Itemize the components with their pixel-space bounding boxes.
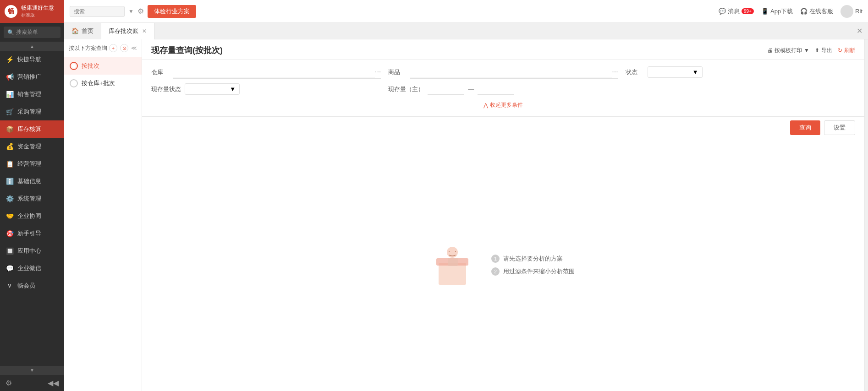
app-download-label: App下载 [770,7,793,16]
inventory-qty-to[interactable] [478,84,514,95]
message-label: 消息 [728,7,740,16]
add-scheme-button[interactable]: + [109,44,117,52]
filter-product: 商品 ··· [388,65,618,79]
filter-dash: — [468,86,474,92]
message-badge: 99+ [742,8,754,14]
status-select[interactable]: ▼ [648,66,703,78]
sidebar-item-label: 经营管理 [17,160,41,168]
settings-button[interactable]: ⚙ [5,379,12,387]
scheme-item-by-warehouse-batch[interactable]: 按仓库+批次 [64,75,142,92]
filter-status: 状态 ▼ [626,66,855,78]
sidebar-item-enterprise[interactable]: 🤝 企业协同 [0,207,64,225]
product-more-btn[interactable]: ··· [612,68,618,76]
warehouse-input-box[interactable]: ··· [173,65,381,79]
sidebar-item-inventory[interactable]: 📦 库存核算 [0,120,64,138]
tab-close-all-button[interactable]: ✕ [851,27,868,35]
sidebar-scroll-down[interactable]: ▼ [0,366,64,375]
trial-button[interactable]: 体验行业方案 [148,5,196,18]
sidebar-item-operations[interactable]: 📋 经营管理 [0,155,64,173]
sidebar-item-label: 基础信息 [17,177,41,185]
refresh-label: 刷新 [844,47,855,54]
sidebar-item-system[interactable]: ⚙️ 系统管理 [0,190,64,207]
topbar-gear-icon[interactable]: ⚙ [137,7,144,16]
app-title: 畅康通好生意 [21,5,54,12]
message-button[interactable]: 💬 消息 99+ [719,7,754,16]
refresh-icon: ↻ [838,47,842,54]
query-button[interactable]: 查询 [790,120,820,135]
scheme-settings-icon[interactable]: ⊙ [120,44,128,52]
tab-home[interactable]: 🏠 首页 [64,23,101,39]
operations-icon: 📋 [5,160,14,168]
tab-inventory-batch[interactable]: 库存批次账 ✕ [101,23,154,39]
topbar-chevron-icon[interactable]: ▼ [128,8,134,15]
sidebar-item-marketing[interactable]: 📢 营销推广 [0,68,64,86]
finance-icon: 💰 [5,142,14,151]
filter-area: 仓库 ··· 商品 ··· 状态 [142,60,864,117]
status-label: 状态 [626,68,644,76]
scheme-panel: 按以下方案查询 + ⊙ ≪ 按批次 按仓库+批次 [64,39,142,391]
print-button[interactable]: 🖨 按模板打印 ▼ [767,47,809,54]
search-icon: 🔍 [7,29,14,36]
right-scrollbar[interactable] [864,39,868,391]
warehouse-input[interactable] [173,66,375,77]
app-info: 畅康通好生意 标准版 [21,5,54,18]
sidebar-item-basic[interactable]: ℹ️ 基础信息 [0,173,64,190]
chevron-up-icon: ⋀ [483,102,488,109]
sidebar-item-label: 企业协同 [17,212,41,220]
tip-2-number: 2 [491,267,500,276]
sidebar-item-label: 营销推广 [17,73,41,81]
online-service-label: 在线客服 [809,7,833,16]
warehouse-more-btn[interactable]: ··· [375,68,381,76]
export-button[interactable]: ⬆ 导出 [815,47,832,54]
search-menu-btn[interactable]: 🔍 搜索菜单 [4,27,60,38]
member-icon: V [5,282,14,290]
sidebar-item-appcenter[interactable]: 🔲 应用中心 [0,242,64,260]
sidebar-item-sales[interactable]: 📊 销售管理 [0,86,64,103]
newguide-icon: 🎯 [5,229,14,238]
online-service-button[interactable]: 🎧 在线客服 [800,7,833,16]
collapse-label: 收起更多条件 [490,101,523,109]
sidebar-item-newguide[interactable]: 🎯 新手引导 [0,225,64,242]
inventory-qty-from[interactable] [428,84,464,95]
tabbar: 🏠 首页 库存批次账 ✕ ✕ [64,23,868,39]
topbar-search-input[interactable] [70,6,125,17]
warehouse-label: 仓库 [151,68,170,76]
tab-close-icon[interactable]: ✕ [142,28,147,34]
scheme-header: 按以下方案查询 + ⊙ ≪ [64,39,142,57]
tab-inventory-batch-label: 库存批次账 [109,27,138,35]
product-input[interactable] [410,66,612,77]
scheme-header-label: 按以下方案查询 [69,44,107,52]
scheme-item-label: 按批次 [82,62,99,70]
inventory-status-select[interactable]: ▼ [185,83,240,95]
empty-state: 1 请先选择要分析的方案 2 用过滤条件来缩小分析范围 [142,139,864,391]
action-row: 查询 设置 [142,117,864,139]
collapse-sidebar-button[interactable]: ◀◀ [48,379,59,387]
sidebar-scroll-up[interactable]: ▲ [0,42,64,51]
sidebar-item-quick-nav[interactable]: ⚡ 快捷导航 [0,51,64,68]
marketing-icon: 📢 [5,73,14,81]
inventory-status-chevron-icon: ▼ [230,86,236,92]
scheme-collapse-button[interactable]: ≪ [131,45,137,51]
user-menu[interactable]: Rit [841,5,863,18]
sidebar-item-wechat[interactable]: 💬 企业微信 [0,260,64,277]
tab-home-label: 首页 [82,27,93,35]
print-label: 按模板打印 [775,47,802,54]
topbar: ▼ ⚙ 体验行业方案 💬 消息 99+ 📱 App下载 🎧 在线客服 Rit [64,0,868,23]
refresh-button[interactable]: ↻ 刷新 [838,47,855,54]
sidebar-search-container: 🔍 搜索菜单 [0,23,64,42]
product-label: 商品 [388,68,407,76]
filter-inventory-status: 现存量状态 ▼ [151,83,381,95]
enterprise-icon: 🤝 [5,212,14,220]
sidebar-item-finance[interactable]: 💰 资金管理 [0,138,64,155]
sidebar-item-member[interactable]: V 畅会员 [0,277,64,294]
settings-button[interactable]: 设置 [824,120,855,135]
sidebar-item-purchase[interactable]: 🛒 采购管理 [0,103,64,120]
sidebar-nav: ⚡ 快捷导航 📢 营销推广 📊 销售管理 🛒 采购管理 📦 库存核算 💰 资金管… [0,51,64,366]
product-input-box[interactable]: ··· [410,65,618,79]
collapse-more-btn[interactable]: ⋀ 收起更多条件 [151,99,855,111]
message-icon: 💬 [719,8,726,15]
app-download-button[interactable]: 📱 App下载 [761,7,793,16]
empty-svg-icon [432,242,478,288]
wechat-icon: 💬 [5,264,14,272]
scheme-item-by-batch[interactable]: 按批次 [64,57,142,75]
